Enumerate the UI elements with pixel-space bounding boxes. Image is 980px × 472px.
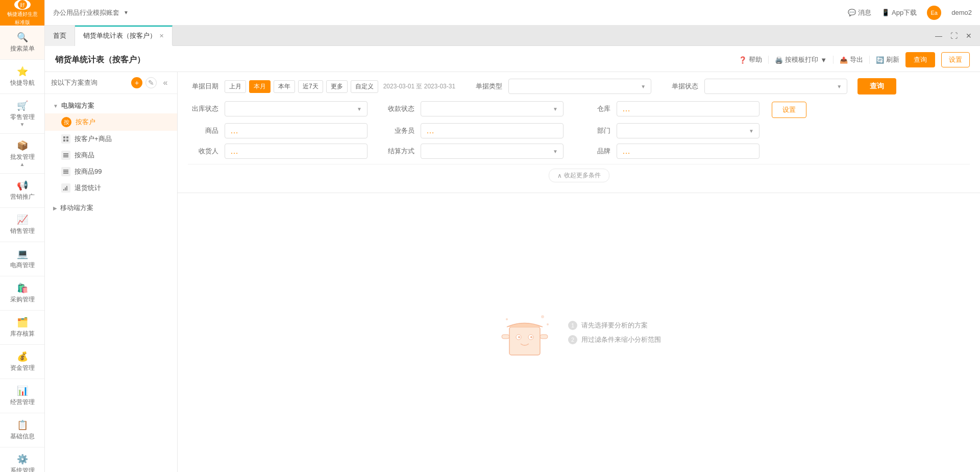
add-scheme-btn[interactable]: + xyxy=(131,77,142,88)
main-query-btn[interactable]: 查询 xyxy=(857,78,896,95)
receiver-dots: … xyxy=(230,147,239,156)
right-panel: 单据日期 上月 本月 本年 近7天 更多 自定义 2023-03-01 至 20… xyxy=(178,72,980,472)
inventory-icon: 🗂️ xyxy=(17,317,28,328)
svg-rect-11 xyxy=(63,173,68,174)
sidebar-item-ecommerce[interactable]: 💻 电商管理 xyxy=(0,242,44,276)
collapse-label: 收起更多条件 xyxy=(564,171,601,180)
tab-close-window-btn[interactable]: ✕ xyxy=(964,30,974,42)
doc-type-select[interactable]: ▼ xyxy=(508,79,651,94)
sidebar-item-marketing[interactable]: 📢 营销推广 xyxy=(0,174,44,208)
svg-rect-13 xyxy=(65,187,66,191)
tab-minimize-btn[interactable]: — xyxy=(933,30,944,42)
tab-maximize-btn[interactable]: ⛶ xyxy=(948,30,960,42)
tab-home[interactable]: 首页 xyxy=(45,26,75,46)
logo[interactable]: 好 畅捷通好生意 标准版 xyxy=(0,0,44,26)
avatar[interactable]: Ea xyxy=(927,6,941,20)
svg-rect-3 xyxy=(66,136,68,138)
query-btn[interactable]: 查询 xyxy=(905,52,935,67)
app-download-btn[interactable]: 📱 App下载 xyxy=(881,8,917,17)
print-btn[interactable]: 🖨️ 按模板打印 ▼ xyxy=(775,55,827,64)
message-btn[interactable]: 💬 消息 xyxy=(848,8,871,17)
sidebar-item-finance[interactable]: 💰 资金管理 xyxy=(0,345,44,379)
receiver-select[interactable]: … xyxy=(225,144,368,159)
scheme-item-customer[interactable]: 按 按客户 xyxy=(45,113,177,131)
settlement-select[interactable]: ▼ xyxy=(421,144,564,159)
sidebar-item-quicknav[interactable]: ⭐ 快捷导航 xyxy=(0,60,44,94)
sidebar-item-basic[interactable]: 📋 基础信息 xyxy=(0,413,44,447)
date-btn-custom[interactable]: 自定义 xyxy=(351,80,378,93)
scheme-item-customer-goods[interactable]: 按客户+商品 xyxy=(45,131,177,147)
svg-rect-5 xyxy=(66,139,68,141)
refresh-btn[interactable]: 🔄 刷新 xyxy=(876,55,899,64)
goods99-icon xyxy=(61,167,70,176)
filter-row-4: 收货人 … 结算方式 ▼ 品牌 … xyxy=(188,144,970,159)
warehouse-select[interactable]: … xyxy=(617,101,760,116)
sidebar-item-search[interactable]: 🔍 搜索菜单 xyxy=(0,26,44,60)
sidebar-item-retail[interactable]: 🛒 零售管理 ▼ xyxy=(0,94,44,134)
sales-icon: 📈 xyxy=(17,214,28,225)
print-arrow: ▼ xyxy=(820,56,827,64)
sidebar-item-purchase[interactable]: 🛍️ 采购管理 xyxy=(0,276,44,311)
desktop-group-title[interactable]: ▼ 电脑端方案 xyxy=(45,98,177,113)
page-content: 销货单统计表（按客户） ❓ 帮助 🖨️ 按模板打印 ▼ 📤 导出 xyxy=(45,46,980,472)
sidebar-item-inventory[interactable]: 🗂️ 库存核算 xyxy=(0,311,44,345)
sidebar-item-label: 营销推广 xyxy=(10,193,35,201)
tab-close-btn[interactable]: ✕ xyxy=(159,33,164,39)
date-btn-last7[interactable]: 近7天 xyxy=(298,80,323,93)
department-select[interactable]: ▼ xyxy=(617,123,760,138)
sidebar-item-operation[interactable]: 📊 经营管理 xyxy=(0,379,44,413)
recv-status-select[interactable]: ▼ xyxy=(421,101,564,116)
left-panel-title: 按以下方案查询 xyxy=(51,78,97,87)
salesman-dots: … xyxy=(426,126,435,135)
top-header: 办公用品行业模拟账套 ▼ 💬 消息 📱 App下载 Ea demo2 xyxy=(45,0,980,26)
main-settings-btn[interactable]: 设置 xyxy=(772,102,806,118)
desktop-arrow: ▼ xyxy=(53,103,58,109)
refresh-icon: 🔄 xyxy=(876,56,884,64)
scheme-item-goods[interactable]: 按商品 xyxy=(45,147,177,163)
sidebar-item-sales[interactable]: 📈 销售管理 xyxy=(0,208,44,242)
scheme-item-goods99[interactable]: 按商品99 xyxy=(45,163,177,180)
mobile-group[interactable]: ▶ 移动端方案 xyxy=(45,200,177,216)
settlement-label: 结算方式 xyxy=(384,147,414,156)
out-status-select[interactable]: ▼ xyxy=(225,101,368,116)
print-icon: 🖨️ xyxy=(775,56,783,64)
scheme-item-return[interactable]: 退货统计 xyxy=(45,180,177,196)
system-dropdown-arrow[interactable]: ▼ xyxy=(124,10,129,15)
tab-sales-stat[interactable]: 销货单统计表（按客户） ✕ xyxy=(75,26,173,46)
help-btn[interactable]: ❓ 帮助 xyxy=(739,55,762,64)
doc-type-label: 单据类型 xyxy=(472,82,502,91)
edit-scheme-btn[interactable]: ✎ xyxy=(145,77,157,88)
retail-icon: 🛒 xyxy=(17,100,28,111)
sidebar-item-label: 系统管理 xyxy=(10,466,35,472)
doc-status-select[interactable]: ▼ xyxy=(704,79,847,94)
marketing-icon: 📢 xyxy=(17,180,28,191)
export-btn[interactable]: 📤 导出 xyxy=(840,55,863,64)
svg-rect-9 xyxy=(63,170,68,171)
left-panel-actions: + ✎ « xyxy=(131,77,171,88)
main-area: 办公用品行业模拟账套 ▼ 💬 消息 📱 App下载 Ea demo2 首页 销货… xyxy=(45,0,980,472)
goods-dots: … xyxy=(230,126,239,135)
date-btn-thismonth[interactable]: 本月 xyxy=(249,80,271,93)
header-left: 办公用品行业模拟账套 ▼ xyxy=(53,8,129,17)
help-icon: ❓ xyxy=(739,56,747,64)
goods-select[interactable]: … xyxy=(225,123,368,138)
mobile-arrow: ▶ xyxy=(53,205,57,211)
collapse-panel-btn[interactable]: « xyxy=(160,77,171,88)
settings-btn[interactable]: 设置 xyxy=(941,52,970,67)
date-btn-more[interactable]: 更多 xyxy=(326,80,348,93)
date-btn-lastmonth[interactable]: 上月 xyxy=(225,80,246,93)
brand-select[interactable]: … xyxy=(617,144,760,159)
print-label: 按模板打印 xyxy=(785,55,818,64)
sidebar-item-wholesale[interactable]: 📦 批发管理 ▲ xyxy=(0,134,44,174)
date-btn-thisyear[interactable]: 本年 xyxy=(274,80,295,93)
sidebar-item-label: 资金管理 xyxy=(10,364,35,372)
salesman-select[interactable]: … xyxy=(421,123,564,138)
receiver-label: 收货人 xyxy=(188,147,218,156)
sidebar-item-label: 经营管理 xyxy=(10,398,35,407)
sidebar-item-system[interactable]: ⚙️ 系统管理 xyxy=(0,447,44,472)
salesman-label: 业务员 xyxy=(384,126,414,135)
scheme-item-label: 退货统计 xyxy=(75,183,101,193)
svg-point-23 xyxy=(541,315,544,318)
svg-point-24 xyxy=(547,323,549,325)
collapse-btn[interactable]: ∧ 收起更多条件 xyxy=(549,169,609,182)
